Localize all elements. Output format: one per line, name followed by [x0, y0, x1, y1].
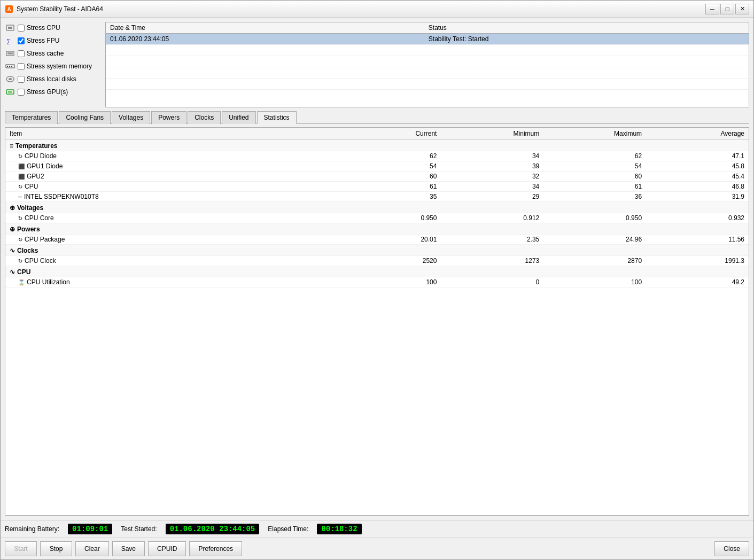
- clear-button[interactable]: Clear: [75, 541, 109, 556]
- col-average: Average: [646, 128, 749, 140]
- top-section: Stress CPU ∑ Stress FPU Stress cache: [5, 22, 749, 107]
- svg-rect-9: [9, 66, 10, 67]
- item-average: 11.56: [646, 235, 749, 245]
- stress-fpu-checkbox[interactable]: [18, 37, 25, 44]
- button-bar: Start Stop Clear Save CPUID Preferences …: [1, 538, 753, 559]
- tab-temperatures[interactable]: Temperatures: [5, 111, 58, 124]
- test-started-label: Test Started:: [121, 525, 157, 533]
- item-average: 31.9: [646, 192, 749, 202]
- item-name: ⬛GPU2: [5, 172, 339, 182]
- tab-voltages[interactable]: Voltages: [112, 111, 150, 124]
- elapsed-time-value: 00:18:32: [317, 524, 361, 534]
- item-minimum: 39: [441, 161, 543, 172]
- stress-disks-checkbox[interactable]: [18, 76, 25, 83]
- stats-item[interactable]: ↻CPU Core 0.950 0.912 0.950 0.932: [5, 213, 749, 223]
- item-name: ↻CPU Diode: [5, 151, 339, 161]
- item-name: ↻CPU Clock: [5, 256, 339, 266]
- stats-item[interactable]: ⬛GPU2 60 32 60 45.4: [5, 172, 749, 182]
- item-average: 1991.3: [646, 256, 749, 266]
- item-minimum: 32: [441, 172, 543, 182]
- test-started-value: 01.06.2020 23:44:05: [166, 524, 260, 534]
- item-name: ↻CPU Package: [5, 235, 339, 245]
- svg-text:A: A: [7, 6, 11, 12]
- stats-group-powers: ⊕Powers: [5, 223, 749, 235]
- stress-fpu-icon: ∑: [5, 36, 15, 45]
- log-row-empty-2: [106, 56, 749, 67]
- close-button[interactable]: ✕: [735, 4, 749, 14]
- item-current: 2520: [339, 256, 441, 266]
- stats-item[interactable]: ⬛GPU1 Diode 54 39 54 45.8: [5, 161, 749, 172]
- log-col-datetime: Date & Time: [106, 22, 424, 34]
- stress-fpu-item: ∑ Stress FPU: [5, 35, 101, 46]
- minimize-button[interactable]: ─: [705, 4, 719, 14]
- item-minimum: 2.35: [441, 235, 543, 245]
- tab-cooling-fans[interactable]: Cooling Fans: [59, 111, 111, 124]
- start-button[interactable]: Start: [5, 541, 37, 556]
- item-name: ⬛GPU1 Diode: [5, 161, 339, 172]
- stats-item[interactable]: ↻CPU 61 34 61 46.8: [5, 182, 749, 192]
- tab-powers[interactable]: Powers: [151, 111, 186, 124]
- item-name: ─INTEL SSDPEKNW010T8: [5, 192, 339, 202]
- item-name: ⌛CPU Utilization: [5, 277, 339, 287]
- log-row-empty-3: [106, 67, 749, 79]
- svg-point-12: [9, 78, 12, 80]
- content-area: Stress CPU ∑ Stress FPU Stress cache: [1, 18, 753, 520]
- stats-group-clocks: ∿Clocks: [5, 245, 749, 256]
- status-bar: Remaining Battery: 01:09:01 Test Started…: [1, 520, 753, 538]
- item-minimum: 29: [441, 192, 543, 202]
- stats-item[interactable]: ↻CPU Clock 2520 1273 2870 1991.3: [5, 256, 749, 266]
- svg-text:∑: ∑: [6, 38, 11, 44]
- stress-cache-checkbox[interactable]: [18, 50, 25, 57]
- title-bar: A System Stability Test - AIDA64 ─ □ ✕: [1, 1, 753, 18]
- stop-button[interactable]: Stop: [40, 541, 72, 556]
- stress-cache-item: Stress cache: [5, 48, 101, 59]
- tab-statistics[interactable]: Statistics: [257, 111, 297, 124]
- log-datetime: 01.06.2020 23:44:05: [106, 34, 424, 45]
- tab-clocks[interactable]: Clocks: [188, 111, 221, 124]
- svg-rect-8: [7, 66, 8, 67]
- preferences-button[interactable]: Preferences: [189, 541, 242, 556]
- item-maximum: 24.96: [543, 235, 646, 245]
- item-name: ↻CPU Core: [5, 213, 339, 223]
- stats-item[interactable]: ↻CPU Package 20.01 2.35 24.96 11.56: [5, 235, 749, 245]
- stress-cache-label: Stress cache: [27, 50, 64, 57]
- main-window: A System Stability Test - AIDA64 ─ □ ✕ S…: [0, 0, 754, 560]
- stress-gpu-checkbox[interactable]: [18, 89, 25, 96]
- stats-item[interactable]: ─INTEL SSDPEKNW010T8 35 29 36 31.9: [5, 192, 749, 202]
- item-average: 47.1: [646, 151, 749, 161]
- stress-disks-item: Stress local disks: [5, 73, 101, 85]
- col-minimum: Minimum: [441, 128, 543, 140]
- stress-memory-item: Stress system memory: [5, 60, 101, 72]
- item-maximum: 54: [543, 161, 646, 172]
- item-minimum: 34: [441, 151, 543, 161]
- stress-gpu-item: Stress GPU(s): [5, 86, 101, 98]
- stress-cpu-checkbox[interactable]: [18, 25, 25, 32]
- item-maximum: 2870: [543, 256, 646, 266]
- item-average: 45.8: [646, 161, 749, 172]
- stats-group-temperatures: ≡Temperatures: [5, 140, 749, 151]
- item-average: 45.4: [646, 172, 749, 182]
- remaining-battery-label: Remaining Battery:: [5, 525, 59, 533]
- stress-gpu-icon: [5, 88, 15, 96]
- cpuid-button[interactable]: CPUID: [148, 541, 186, 556]
- item-average: 49.2: [646, 277, 749, 287]
- close-app-button[interactable]: Close: [714, 541, 749, 556]
- log-row-empty-4: [106, 79, 749, 90]
- item-current: 54: [339, 161, 441, 172]
- log-row[interactable]: 01.06.2020 23:44:05 Stability Test: Star…: [106, 34, 749, 45]
- stats-item[interactable]: ↻CPU Diode 62 34 62 47.1: [5, 151, 749, 161]
- save-button[interactable]: Save: [112, 541, 145, 556]
- stats-item[interactable]: ⌛CPU Utilization 100 0 100 49.2: [5, 277, 749, 287]
- item-name: ↻CPU: [5, 182, 339, 192]
- tab-unified[interactable]: Unified: [222, 111, 255, 124]
- stress-options: Stress CPU ∑ Stress FPU Stress cache: [5, 22, 101, 107]
- log-table: Date & Time Status 01.06.2020 23:44:05 S…: [105, 22, 749, 107]
- stress-disks-label: Stress local disks: [27, 75, 76, 83]
- stress-memory-checkbox[interactable]: [18, 63, 25, 70]
- stress-cpu-label: Stress CPU: [27, 24, 60, 32]
- tabs-container: Temperatures Cooling Fans Voltages Power…: [5, 111, 749, 124]
- log-data-table: Date & Time Status 01.06.2020 23:44:05 S…: [106, 22, 749, 90]
- item-maximum: 100: [543, 277, 646, 287]
- maximize-button[interactable]: □: [720, 4, 734, 14]
- item-maximum: 62: [543, 151, 646, 161]
